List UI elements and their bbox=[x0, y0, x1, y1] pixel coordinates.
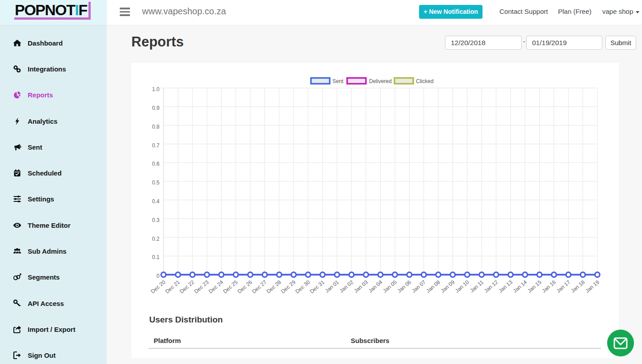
svg-text:Jan 10: Jan 10 bbox=[454, 279, 470, 294]
svg-text:Jan 11: Jan 11 bbox=[469, 279, 485, 294]
svg-text:0.9: 0.9 bbox=[152, 105, 159, 111]
svg-text:Jan 08: Jan 08 bbox=[425, 279, 441, 294]
svg-text:Dec 21: Dec 21 bbox=[164, 279, 181, 294]
svg-text:Dec 26: Dec 26 bbox=[236, 279, 253, 294]
svg-text:Jan 06: Jan 06 bbox=[396, 279, 413, 294]
svg-text:Jan 17: Jan 17 bbox=[555, 279, 572, 294]
svg-text:Jan 01: Jan 01 bbox=[324, 279, 340, 294]
svg-text:Jan 19: Jan 19 bbox=[584, 279, 600, 294]
svg-text:Jan 14: Jan 14 bbox=[512, 279, 528, 294]
svg-text:Jan 09: Jan 09 bbox=[440, 279, 456, 294]
svg-text:Jan 15: Jan 15 bbox=[526, 279, 543, 294]
svg-text:Dec 24: Dec 24 bbox=[207, 279, 224, 294]
svg-text:0.5: 0.5 bbox=[152, 180, 159, 186]
svg-text:Dec 23: Dec 23 bbox=[193, 279, 210, 294]
svg-text:Jan 12: Jan 12 bbox=[483, 279, 499, 294]
svg-text:0.4: 0.4 bbox=[152, 198, 159, 205]
svg-text:0.6: 0.6 bbox=[152, 161, 159, 167]
svg-text:Sent: Sent bbox=[332, 78, 344, 84]
svg-text:Dec 25: Dec 25 bbox=[222, 279, 239, 294]
svg-text:Dec 31: Dec 31 bbox=[309, 279, 326, 294]
svg-text:Dec 20: Dec 20 bbox=[150, 279, 167, 294]
svg-text:Dec 28: Dec 28 bbox=[265, 279, 282, 294]
svg-text:Jan 04: Jan 04 bbox=[367, 279, 384, 294]
svg-text:Dec 22: Dec 22 bbox=[179, 279, 196, 294]
svg-text:0: 0 bbox=[156, 273, 159, 279]
svg-text:0.2: 0.2 bbox=[152, 236, 159, 242]
svg-text:0.1: 0.1 bbox=[152, 254, 159, 260]
svg-text:Clicked: Clicked bbox=[416, 78, 433, 84]
svg-text:Jan 02: Jan 02 bbox=[338, 279, 355, 294]
svg-text:Dec 27: Dec 27 bbox=[251, 279, 268, 294]
svg-text:Delivered: Delivered bbox=[369, 78, 392, 84]
svg-text:Jan 16: Jan 16 bbox=[541, 279, 557, 294]
svg-text:Jan 18: Jan 18 bbox=[570, 279, 586, 294]
svg-text:Jan 03: Jan 03 bbox=[352, 279, 369, 294]
svg-text:1.0: 1.0 bbox=[152, 86, 159, 92]
svg-text:Jan 05: Jan 05 bbox=[382, 279, 398, 294]
svg-text:Jan 07: Jan 07 bbox=[411, 279, 427, 294]
svg-text:0.7: 0.7 bbox=[152, 142, 159, 149]
svg-text:0.8: 0.8 bbox=[152, 124, 159, 130]
svg-text:0.3: 0.3 bbox=[152, 217, 159, 223]
svg-text:Jan 13: Jan 13 bbox=[497, 279, 514, 294]
svg-text:Dec 29: Dec 29 bbox=[280, 279, 297, 294]
svg-text:Dec 30: Dec 30 bbox=[294, 279, 311, 294]
